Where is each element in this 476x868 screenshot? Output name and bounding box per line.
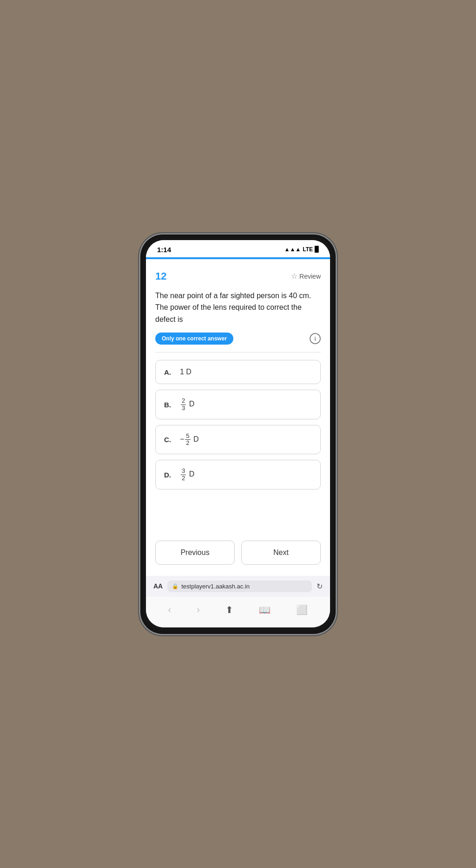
review-label: Review	[299, 273, 321, 280]
share-button[interactable]: ⬆	[221, 601, 238, 618]
option-d-text: 3 2 D	[180, 468, 194, 482]
browser-bar: AA 🔒 testplayerv1.aakash.ac.in ↻	[146, 576, 330, 597]
option-a[interactable]: A. 1 D	[155, 360, 321, 384]
bookmarks-button[interactable]: 📖	[254, 601, 275, 618]
signal-bars-icon: ▲▲▲	[284, 246, 301, 253]
forward-button[interactable]: ›	[192, 601, 205, 618]
option-a-text: 1 D	[180, 368, 192, 376]
option-c-label: C.	[164, 436, 174, 444]
info-label: i	[314, 335, 316, 342]
question-number: 12	[155, 270, 166, 282]
question-text: The near point of a far sighted person i…	[155, 290, 321, 326]
status-icons: ▲▲▲ LTE ▉	[284, 246, 319, 253]
option-b-text: 2 3 D	[180, 398, 194, 411]
fraction-c: 5 2	[185, 433, 190, 447]
answer-type-badge: Only one correct answer	[155, 333, 233, 345]
options-list: A. 1 D B. 2 3 D C.	[155, 360, 321, 489]
info-icon[interactable]: i	[310, 333, 321, 344]
phone-frame: 1:14 ▲▲▲ LTE ▉ 12 ☆ Review The near poin…	[140, 235, 336, 634]
status-time: 1:14	[157, 246, 171, 254]
main-content: 12 ☆ Review The near point of a far sigh…	[146, 259, 330, 576]
back-button[interactable]: ‹	[164, 601, 176, 618]
battery-icon: ▉	[315, 246, 319, 253]
fraction-b: 2 3	[181, 398, 186, 411]
option-c-text: − 5 2 D	[180, 433, 199, 447]
browser-aa[interactable]: AA	[153, 582, 163, 590]
phone-screen: 1:14 ▲▲▲ LTE ▉ 12 ☆ Review The near poin…	[146, 240, 330, 627]
option-c[interactable]: C. − 5 2 D	[155, 425, 321, 455]
option-b-label: B.	[164, 401, 174, 409]
previous-button[interactable]: Previous	[155, 541, 235, 565]
url-text: testplayerv1.aakash.ac.in	[181, 583, 250, 590]
option-d-label: D.	[164, 471, 174, 479]
question-header: 12 ☆ Review	[155, 270, 321, 282]
browser-url-bar[interactable]: 🔒 testplayerv1.aakash.ac.in	[167, 581, 312, 592]
navigation-buttons: Previous Next	[155, 537, 321, 565]
bottom-nav: ‹ › ⬆ 📖 ⬜	[146, 597, 330, 627]
option-b[interactable]: B. 2 3 D	[155, 390, 321, 419]
reload-icon[interactable]: ↻	[317, 582, 323, 591]
badge-row: Only one correct answer i	[155, 333, 321, 345]
review-button[interactable]: ☆ Review	[291, 272, 321, 281]
option-d[interactable]: D. 3 2 D	[155, 460, 321, 489]
tabs-button[interactable]: ⬜	[291, 601, 312, 618]
option-a-label: A.	[164, 368, 174, 376]
lte-label: LTE	[303, 246, 313, 253]
lock-icon: 🔒	[172, 583, 178, 589]
next-button[interactable]: Next	[241, 541, 321, 565]
divider	[155, 352, 321, 352]
fraction-d: 3 2	[181, 468, 186, 482]
status-bar: 1:14 ▲▲▲ LTE ▉	[146, 240, 330, 257]
star-icon: ☆	[291, 272, 298, 281]
